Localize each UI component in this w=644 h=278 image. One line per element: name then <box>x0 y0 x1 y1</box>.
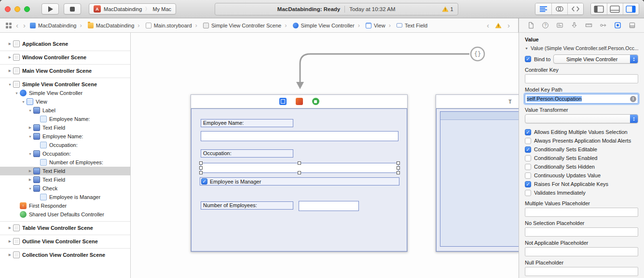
value-binding-summary[interactable]: ▼ Value (Simple View Controller.self.Per… <box>525 45 638 51</box>
outline-row[interactable]: Occupation: <box>0 149 130 158</box>
scheme-selector[interactable]: MacDatabinding 〉 My Mac <box>89 3 176 14</box>
disclosure-triangle[interactable] <box>7 226 13 230</box>
navigator-panel-toggle[interactable] <box>591 3 607 14</box>
jump-bar-item[interactable]: Simple View Controller Scene <box>192 22 282 29</box>
view[interactable]: Employee Name: Occupation: Employee is M… <box>191 108 407 252</box>
occupation-label[interactable]: Occupation: <box>201 149 293 158</box>
bind-to-checkbox[interactable] <box>525 56 531 62</box>
resize-handle[interactable] <box>199 161 203 165</box>
file-inspector-tab[interactable] <box>525 20 536 31</box>
assistant-editor-button[interactable] <box>551 3 567 14</box>
checkbox[interactable] <box>201 178 207 185</box>
view-controller-icon[interactable] <box>279 98 287 105</box>
outline-row[interactable]: Employee Name: <box>0 132 130 141</box>
table-view-controller-scene[interactable]: T <box>436 94 519 252</box>
outline-row[interactable]: Collection View Controller Scene <box>0 248 130 259</box>
disclosure-triangle[interactable] <box>27 187 33 190</box>
jump-bar-item[interactable]: View <box>355 22 385 29</box>
placeholder-field[interactable] <box>525 247 638 256</box>
outline-row[interactable]: First Responder <box>0 201 130 210</box>
disclosure-triangle[interactable] <box>20 100 27 104</box>
disclosure-triangle[interactable] <box>27 169 33 173</box>
standard-editor-button[interactable] <box>535 3 551 14</box>
outline-row[interactable]: Window Controller Scene <box>0 51 130 62</box>
zoom-button[interactable] <box>24 6 30 12</box>
binding-option-row[interactable]: Conditionally Sets Hidden <box>525 162 638 171</box>
checkbox[interactable] <box>525 129 531 135</box>
outline-row[interactable]: Occupation: <box>0 141 130 149</box>
forward-button[interactable]: › <box>21 22 28 29</box>
disclosure-triangle[interactable] <box>27 126 33 130</box>
checkbox[interactable] <box>525 138 531 144</box>
resize-handle[interactable] <box>397 171 400 174</box>
binding-option-row[interactable]: Always Presents Application Modal Alerts <box>525 136 638 145</box>
model-key-path-field[interactable]: self.Person.Occupation ! <box>525 94 638 104</box>
binding-option-row[interactable]: Validates Immediately <box>525 188 638 197</box>
disclosure-triangle[interactable]: ▼ <box>525 47 528 50</box>
number-of-employees-field[interactable] <box>299 201 359 211</box>
binding-option-row[interactable]: Conditionally Sets Editable <box>525 145 638 154</box>
placeholder-field[interactable] <box>525 208 638 217</box>
disclosure-triangle[interactable] <box>14 92 20 95</box>
outline-row[interactable]: Text Field <box>0 175 130 184</box>
value-transformer-popup[interactable] <box>525 114 638 123</box>
outline-row[interactable]: Simple View Controller Scene <box>0 78 130 89</box>
employee-name-field[interactable] <box>201 131 398 141</box>
outline-row[interactable]: View <box>0 97 130 106</box>
ib-canvas[interactable]: {} Employee Name: Occupation: <box>131 33 519 278</box>
resize-handle[interactable] <box>397 166 400 170</box>
disclosure-triangle[interactable] <box>7 42 13 46</box>
warning-icon[interactable]: ! <box>495 23 502 28</box>
occupation-field-selected[interactable] <box>201 163 398 173</box>
disclosure-triangle[interactable] <box>7 83 13 86</box>
binding-option-row[interactable]: Allows Editing Multiple Values Selection <box>525 128 638 136</box>
close-button[interactable] <box>5 6 11 12</box>
simple-view-controller-scene[interactable]: Employee Name: Occupation: Employee is M… <box>191 94 408 252</box>
first-responder-icon[interactable] <box>296 98 303 105</box>
jump-bar-item[interactable]: Text Field <box>385 22 427 29</box>
outline-row[interactable]: Employee Name: <box>0 115 130 123</box>
disclosure-triangle[interactable] <box>27 109 33 112</box>
resize-handle[interactable] <box>199 171 203 174</box>
inspector-panel-toggle[interactable] <box>623 3 639 14</box>
jump-bar-item[interactable]: Simple View Controller <box>281 22 354 29</box>
jump-bar-item[interactable]: MacDatabinding <box>77 22 135 29</box>
outline-row[interactable]: Number of Employees: <box>0 158 130 167</box>
number-of-employees-label[interactable]: Number of Employees: <box>201 201 293 210</box>
disclosure-triangle[interactable] <box>7 69 13 73</box>
resize-handle[interactable] <box>298 171 301 174</box>
employee-name-label[interactable]: Employee Name: <box>201 119 293 127</box>
binding-option-row[interactable]: Conditionally Sets Enabled <box>525 154 638 162</box>
disclosure-triangle[interactable] <box>27 178 33 182</box>
back-button[interactable]: ‹ <box>14 22 21 29</box>
resize-handle[interactable] <box>397 161 400 165</box>
binding-option-row[interactable]: Continuously Updates Value <box>525 171 638 180</box>
checkbox[interactable] <box>525 172 531 179</box>
disclosure-triangle[interactable] <box>7 253 13 257</box>
manager-checkbox[interactable]: Employee is Manager <box>200 177 399 185</box>
attributes-inspector-tab[interactable] <box>569 20 579 31</box>
outline-row[interactable]: Outline View Controller Scene <box>0 235 130 246</box>
binding-issue-badge[interactable]: ! <box>630 96 636 102</box>
identity-inspector-tab[interactable] <box>554 20 565 31</box>
bind-to-popup[interactable]: Simple View Controller <box>553 54 638 64</box>
jump-bar-item[interactable]: MacDatabinding <box>30 23 77 28</box>
view-effects-inspector-tab[interactable] <box>627 20 638 31</box>
connections-inspector-tab[interactable] <box>598 20 609 31</box>
quick-help-tab[interactable]: ? <box>540 20 550 31</box>
checkbox[interactable] <box>525 190 531 196</box>
checkbox[interactable] <box>525 155 531 161</box>
outline-row[interactable]: Simple View Controller <box>0 89 130 97</box>
resize-handle[interactable] <box>298 161 301 165</box>
disclosure-triangle[interactable] <box>27 135 33 138</box>
checkbox[interactable] <box>525 164 531 170</box>
stop-button[interactable] <box>64 3 81 14</box>
checkbox[interactable] <box>525 181 531 187</box>
version-editor-button[interactable] <box>567 3 583 14</box>
outline-row[interactable]: Table View Controller Scene <box>0 221 130 232</box>
exit-icon[interactable] <box>312 98 319 105</box>
outline-row[interactable]: Check <box>0 184 130 193</box>
warning-indicator[interactable]: ! 1 <box>442 3 453 15</box>
related-items-button[interactable] <box>4 21 14 30</box>
disclosure-triangle[interactable] <box>7 239 13 243</box>
